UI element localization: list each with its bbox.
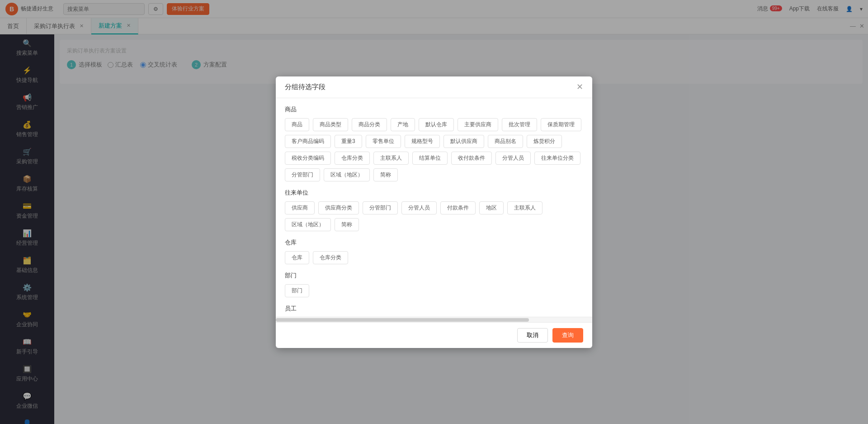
modal-title: 分组待选字段 [285,83,326,91]
field-tag[interactable]: 区域（地区） [324,168,370,181]
field-tag[interactable]: 批次管理 [502,118,537,131]
field-tag[interactable]: 往来单位分类 [534,152,580,165]
field-tag[interactable]: 收付款条件 [451,152,492,165]
field-tag[interactable]: 仓库 [285,251,309,264]
field-tag[interactable]: 产地 [391,118,415,131]
field-tag[interactable]: 保质期管理 [541,118,581,131]
field-tag[interactable]: 税收分类编码 [285,152,331,165]
section-counterparty: 往来单位 供应商 供应商分类 分管部门 分管人员 付款条件 地区 主联系人 区域… [285,189,583,231]
field-tag[interactable]: 分管人员 [495,152,531,165]
field-tag[interactable]: 商品分类 [352,118,387,131]
field-tag[interactable]: 商品 [285,118,309,131]
cancel-button[interactable]: 取消 [517,328,548,343]
section-warehouse-title: 仓库 [285,238,583,247]
section-employee: 员工 业务员 [285,305,583,317]
field-tag[interactable]: 规格型号 [405,135,440,148]
field-tag[interactable]: 默认仓库 [419,118,454,131]
field-tag[interactable]: 客户商品编码 [285,135,331,148]
section-department-title: 部门 [285,272,583,280]
field-tag[interactable]: 部门 [285,284,309,297]
section-goods-title: 商品 [285,105,583,114]
field-tag[interactable]: 默认供应商 [443,135,484,148]
field-tag[interactable]: 仓库分类 [335,152,370,165]
field-tag[interactable]: 仓库分类 [313,251,348,264]
field-tag[interactable]: 分管部门 [285,168,320,181]
modal-horizontal-scrollbar[interactable] [276,317,592,322]
field-tag[interactable]: 炼货积分 [527,135,562,148]
field-tag[interactable]: 商品别名 [488,135,523,148]
modal-close-btn[interactable]: ✕ [576,83,583,91]
section-department-tags: 部门 [285,284,583,297]
content-area: 采购订单执行表方案设置 1 选择模板 汇总表 交叉统计表 2 方案配置 [54,34,868,424]
field-tag[interactable]: 零售单位 [366,135,401,148]
modal-overlay: 分组待选字段 ✕ 商品 商品 商品类型 商品分类 产地 默认仓库 主要供应商 [54,34,868,424]
field-select-modal: 分组待选字段 ✕ 商品 商品 商品类型 商品分类 产地 默认仓库 主要供应商 [276,76,592,348]
field-tag[interactable]: 供应商 [285,201,315,214]
section-employee-title: 员工 [285,305,583,313]
modal-footer: 取消 查询 [276,322,592,348]
field-tag[interactable]: 主联系人 [507,201,542,214]
section-goods-tags: 商品 商品类型 商品分类 产地 默认仓库 主要供应商 批次管理 保质期管理 客户… [285,118,583,181]
section-warehouse: 仓库 仓库 仓库分类 [285,238,583,264]
modal-header: 分组待选字段 ✕ [276,76,592,98]
field-tag[interactable]: 区域（地区） [285,218,331,231]
field-tag[interactable]: 简称 [373,168,398,181]
field-tag[interactable]: 结算单位 [412,152,448,165]
field-tag[interactable]: 商品类型 [313,118,348,131]
confirm-button[interactable]: 查询 [552,328,583,343]
field-tag[interactable]: 简称 [335,218,359,231]
field-tag[interactable]: 地区 [479,201,504,214]
modal-body[interactable]: 商品 商品 商品类型 商品分类 产地 默认仓库 主要供应商 批次管理 保质期管理… [276,98,592,317]
field-tag[interactable]: 主联系人 [373,152,409,165]
section-counterparty-title: 往来单位 [285,189,583,197]
field-tag[interactable]: 分管部门 [363,201,398,214]
field-tag[interactable]: 重量3 [335,135,362,148]
section-department: 部门 部门 [285,272,583,297]
section-goods: 商品 商品 商品类型 商品分类 产地 默认仓库 主要供应商 批次管理 保质期管理… [285,105,583,181]
section-counterparty-tags: 供应商 供应商分类 分管部门 分管人员 付款条件 地区 主联系人 区域（地区） … [285,201,583,231]
section-warehouse-tags: 仓库 仓库分类 [285,251,583,264]
field-tag[interactable]: 付款条件 [440,201,476,214]
field-tag[interactable]: 主要供应商 [458,118,498,131]
modal-hscroll-thumb[interactable] [276,318,529,322]
field-tag[interactable]: 供应商分类 [318,201,359,214]
main-layout: 🔍 搜索菜单 ⚡ 快捷导航 📢 营销推广 💰 销售管理 🛒 采购管理 📦 库存核… [0,34,868,424]
field-tag[interactable]: 分管人员 [401,201,437,214]
